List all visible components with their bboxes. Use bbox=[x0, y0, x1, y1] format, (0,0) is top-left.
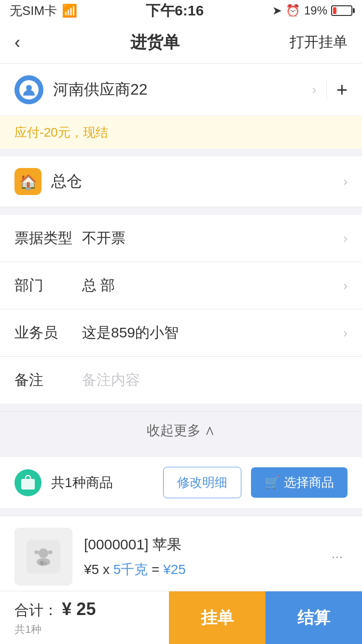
warehouse-section: 🏠 总仓 › bbox=[0, 156, 362, 207]
location-icon: ➤ bbox=[272, 4, 282, 17]
product-name: [0000001] 苹果 bbox=[84, 535, 327, 555]
product-item: 馨+ [0000001] 苹果 ¥5 x 5千克 = ¥25 ··· bbox=[0, 516, 362, 598]
svg-point-5 bbox=[48, 550, 53, 554]
unit-price: ¥5 bbox=[84, 562, 99, 577]
remark-row[interactable]: 备注 备注内容 bbox=[0, 357, 362, 404]
department-value: 总 部 bbox=[82, 276, 343, 295]
select-product-label: 选择商品 bbox=[284, 474, 334, 491]
edit-detail-button[interactable]: 修改明细 bbox=[163, 467, 241, 498]
hang-label: 挂单 bbox=[201, 607, 234, 629]
product-price: ¥5 x 5千克 = ¥25 bbox=[84, 560, 327, 579]
status-left: 无SIM卡 📶 bbox=[10, 2, 77, 19]
select-product-icon: 🛒 bbox=[265, 475, 280, 490]
warehouse-name: 总仓 bbox=[51, 171, 343, 192]
salesperson-value: 这是859的小智 bbox=[82, 323, 343, 343]
alarm-icon: ⏰ bbox=[286, 4, 300, 17]
hang-button[interactable]: 挂单 bbox=[169, 591, 265, 644]
warehouse-row[interactable]: 🏠 总仓 › bbox=[0, 156, 362, 207]
nav-bar: ‹ 进货单 打开挂单 bbox=[0, 21, 362, 64]
product-thumbnail: 馨+ bbox=[14, 528, 72, 586]
footer-total: 合计： ¥ 25 共1种 bbox=[0, 599, 169, 637]
ticket-type-value: 不开票 bbox=[82, 228, 343, 248]
salesperson-label: 业务员 bbox=[14, 323, 82, 343]
equals: = bbox=[152, 562, 163, 577]
checkout-button[interactable]: 结算 bbox=[265, 591, 362, 644]
svg-point-3 bbox=[39, 548, 48, 558]
department-label: 部门 bbox=[14, 276, 82, 295]
collapse-label: 收起更多 ∧ bbox=[147, 423, 216, 438]
notice-bar: 应付-20元，现结 bbox=[0, 116, 362, 149]
warehouse-icon: 🏠 bbox=[14, 168, 42, 195]
notice-text: 应付-20元，现结 bbox=[14, 125, 108, 140]
product-menu-button[interactable]: ··· bbox=[327, 544, 348, 569]
supplier-avatar-icon bbox=[19, 80, 39, 99]
status-right: ➤ ⏰ 19% bbox=[272, 4, 352, 17]
department-chevron: › bbox=[343, 278, 348, 294]
product-id: [0000001] bbox=[84, 536, 148, 552]
footer-total-amount: ¥ 25 bbox=[62, 599, 96, 619]
department-row[interactable]: 部门 总 部 › bbox=[0, 262, 362, 309]
open-hang-button[interactable]: 打开挂单 bbox=[290, 32, 348, 52]
products-count: 共1种商品 bbox=[51, 474, 153, 492]
svg-point-4 bbox=[34, 550, 39, 554]
carrier-text: 无SIM卡 bbox=[10, 2, 57, 19]
footer: 合计： ¥ 25 共1种 挂单 结算 bbox=[0, 591, 362, 644]
main-content: 河南供应商22 › + 应付-20元，现结 🏠 总仓 › 票据类型 不开票 › … bbox=[0, 64, 362, 598]
supplier-name: 河南供应商22 bbox=[53, 79, 312, 100]
salesperson-row[interactable]: 业务员 这是859的小智 › bbox=[0, 309, 362, 357]
status-time: 下午6:16 bbox=[146, 1, 204, 21]
remark-label: 备注 bbox=[14, 370, 82, 390]
svg-text:馨+: 馨+ bbox=[40, 560, 47, 566]
supplier-avatar bbox=[14, 75, 43, 104]
form-section: 票据类型 不开票 › 部门 总 部 › 业务员 这是859的小智 › 备注 备注… bbox=[0, 215, 362, 404]
footer-total-label: 合计： bbox=[14, 602, 58, 618]
collapse-bar[interactable]: 收起更多 ∧ bbox=[0, 411, 362, 449]
price-separator: x bbox=[103, 562, 113, 577]
ticket-type-label: 票据类型 bbox=[14, 228, 82, 248]
product-title: 苹果 bbox=[153, 536, 181, 552]
products-icon bbox=[14, 469, 42, 496]
battery-icon bbox=[331, 5, 352, 16]
product-info: [0000001] 苹果 ¥5 x 5千克 = ¥25 bbox=[84, 535, 327, 579]
remark-placeholder: 备注内容 bbox=[82, 370, 348, 390]
footer-total-line: 合计： ¥ 25 bbox=[14, 599, 154, 620]
quantity: 5千克 bbox=[113, 562, 148, 577]
page-title: 进货单 bbox=[130, 31, 180, 54]
supplier-chevron: › bbox=[312, 82, 316, 98]
back-button[interactable]: ‹ bbox=[14, 32, 20, 53]
salesperson-chevron: › bbox=[343, 325, 348, 341]
battery-percent: 19% bbox=[304, 4, 327, 17]
checkout-label: 结算 bbox=[297, 607, 330, 629]
products-header: 共1种商品 修改明细 🛒 选择商品 bbox=[0, 457, 362, 508]
add-button[interactable]: + bbox=[336, 79, 348, 101]
ticket-type-row[interactable]: 票据类型 不开票 › bbox=[0, 215, 362, 262]
footer-total-count: 共1种 bbox=[14, 622, 154, 637]
wifi-icon: 📶 bbox=[62, 3, 77, 18]
warehouse-chevron: › bbox=[343, 174, 348, 189]
select-product-button[interactable]: 🛒 选择商品 bbox=[251, 467, 348, 498]
supplier-section: 河南供应商22 › + 应付-20元，现结 bbox=[0, 64, 362, 149]
supplier-row[interactable]: 河南供应商22 › + bbox=[0, 64, 362, 116]
ticket-type-chevron: › bbox=[343, 231, 348, 246]
divider bbox=[326, 80, 327, 99]
svg-rect-1 bbox=[21, 479, 35, 490]
total-price: ¥25 bbox=[163, 562, 186, 577]
status-bar: 无SIM卡 📶 下午6:16 ➤ ⏰ 19% bbox=[0, 0, 362, 21]
